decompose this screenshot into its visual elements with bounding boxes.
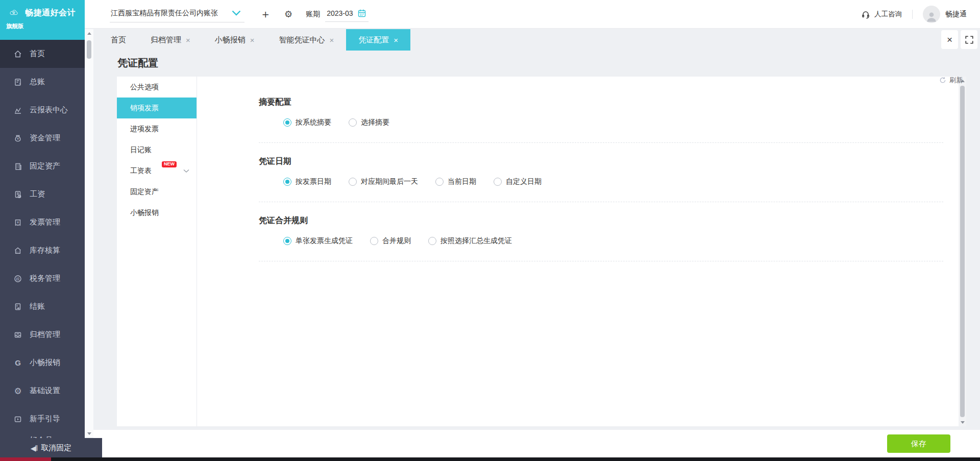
avatar[interactable]	[923, 6, 940, 23]
radio-option-invoice-date[interactable]: 按发票日期	[283, 177, 331, 186]
page-title: 凭证配置	[117, 56, 158, 70]
home-icon	[13, 49, 23, 59]
scroll-down-button[interactable]	[959, 418, 966, 426]
unpin-sidebar-button[interactable]: ◀‖ 取消固定	[0, 438, 102, 458]
svg-text:G: G	[15, 358, 21, 367]
sidebar-item-label: 总账	[30, 77, 45, 87]
gear-icon: ⚙	[13, 386, 23, 396]
section-heading: 凭证日期	[259, 156, 943, 167]
tax-icon: 税	[13, 274, 23, 284]
radio-icon	[370, 237, 378, 245]
tab-reimburse[interactable]: 小畅报销×	[203, 29, 267, 51]
period-label: 账期	[306, 10, 320, 19]
radio-icon	[435, 178, 444, 186]
tab-close-icon[interactable]: ×	[330, 36, 334, 44]
radio-label: 按系统摘要	[296, 118, 331, 127]
radio-option-choose-summary[interactable]: 选择摘要	[349, 118, 389, 127]
config-menu-item-sales-invoice[interactable]: 销项发票	[117, 98, 197, 118]
sidebar-item-cloud-reports[interactable]: 云报表中心	[0, 96, 85, 124]
sidebar-item-guide[interactable]: 新手引导	[0, 405, 85, 433]
svg-text:¥: ¥	[19, 82, 21, 85]
archive-box-icon	[13, 330, 23, 340]
add-account-button[interactable]: ＋	[260, 7, 271, 22]
divider	[912, 10, 913, 19]
config-menu-item-purchase-invoice[interactable]: 进项发票	[117, 118, 197, 139]
menu-item-label: 销项发票	[130, 104, 159, 113]
radio-option-period-last-day[interactable]: 对应期间最后一天	[349, 177, 418, 186]
sidebar-item-home[interactable]: 首页	[0, 40, 85, 68]
sidebar-item-settings[interactable]: ⚙ 基础设置	[0, 377, 85, 405]
chevron-down-icon	[231, 8, 241, 18]
radio-icon	[349, 118, 357, 127]
tab-home[interactable]: 首页	[99, 29, 138, 51]
config-menu-item-fixed-assets[interactable]: 固定资产	[117, 181, 197, 202]
footer-bar: 保存	[93, 430, 980, 457]
scrollbar-thumb[interactable]	[87, 40, 91, 59]
config-menu-item-reimburse[interactable]: 小畅报销	[117, 202, 197, 223]
sidebar-item-general-ledger[interactable]: ¥ 总账	[0, 68, 85, 96]
triangle-down-icon	[87, 432, 91, 435]
config-menu-item-salary-sheet[interactable]: 工资表 NEW	[117, 160, 197, 181]
video-guide-icon	[13, 414, 23, 424]
sidebar-item-salary[interactable]: 工资	[0, 180, 85, 208]
period-picker[interactable]: 2023-03	[325, 7, 368, 22]
radio-option-current-date[interactable]: 当前日期	[435, 177, 476, 186]
chevron-down-icon	[183, 168, 189, 174]
sidebar-item-label: 首页	[30, 49, 45, 59]
unpin-label: 取消固定	[41, 443, 71, 453]
radio-option-merge-rule[interactable]: 合并规则	[370, 236, 411, 246]
menu-item-label: 日记账	[130, 145, 152, 155]
radio-icon	[349, 178, 357, 186]
fullscreen-button[interactable]	[961, 30, 977, 49]
radio-option-summary-generate[interactable]: 按照选择汇总生成凭证	[428, 236, 512, 246]
tab-close-icon[interactable]: ×	[250, 36, 255, 44]
tab-voucher-config[interactable]: 凭证配置×	[346, 29, 410, 51]
scroll-down-button[interactable]	[85, 429, 93, 438]
content-scrollbar[interactable]	[959, 77, 966, 426]
radio-option-system-summary[interactable]: 按系统摘要	[283, 118, 331, 127]
sidebar-item-invoice[interactable]: ¥ 发票管理	[0, 208, 85, 236]
tab-label: 小畅报销	[215, 35, 246, 45]
section-heading: 凭证合并规则	[259, 215, 943, 226]
tab-label: 智能凭证中心	[279, 35, 325, 45]
save-button[interactable]: 保存	[887, 434, 950, 453]
building-icon	[13, 161, 23, 172]
company-selector[interactable]: 江西服宝精品有限责任公司内账张	[110, 6, 244, 22]
sidebar-item-tax[interactable]: 税 税务管理	[0, 264, 85, 293]
tab-close-icon[interactable]: ×	[394, 36, 398, 44]
scrollbar-thumb[interactable]	[960, 86, 965, 417]
tab-close-icon[interactable]: ×	[186, 36, 190, 44]
tab-archive[interactable]: 归档管理×	[138, 29, 203, 51]
radio-option-single-invoice[interactable]: 单张发票生成凭证	[283, 236, 353, 246]
triangle-up-icon	[87, 32, 91, 35]
radio-option-custom-date[interactable]: 自定义日期	[494, 177, 542, 186]
config-menu-item-common-options[interactable]: 公共选项	[117, 77, 197, 98]
radio-selected-icon	[283, 118, 291, 127]
tab-voucher-center[interactable]: 智能凭证中心×	[267, 29, 347, 51]
sidebar-item-inventory[interactable]: 库存核算	[0, 236, 85, 264]
config-menu-item-journal[interactable]: 日记账	[117, 139, 197, 160]
user-name[interactable]: 畅捷通	[945, 10, 967, 19]
top-right-area: 人工咨询 畅捷通	[861, 6, 967, 23]
sidebar-item-closing[interactable]: ¥ 结账	[0, 293, 85, 321]
close-all-tabs-button[interactable]: ×	[941, 30, 958, 49]
top-bar: 江西服宝精品有限责任公司内账张 ＋ ⚙ 账期 2023-03	[0, 0, 980, 29]
scroll-up-button[interactable]	[85, 29, 93, 37]
sidebar-scrollbar[interactable]	[85, 29, 93, 438]
tab-label: 归档管理	[151, 35, 181, 45]
company-name: 江西服宝精品有限责任公司内账张	[111, 9, 218, 18]
sidebar-item-archive[interactable]: 归档管理	[0, 321, 85, 349]
refresh-button[interactable]: 刷新	[939, 76, 963, 85]
salary-sheet-icon	[13, 189, 23, 200]
sidebar-item-reimburse[interactable]: G 小畅报销	[0, 349, 85, 377]
sidebar-item-label: 归档管理	[30, 330, 60, 339]
support-link[interactable]: 人工咨询	[861, 9, 902, 19]
account-settings-gear-icon[interactable]: ⚙	[284, 9, 292, 19]
sidebar-item-fixed-assets[interactable]: 固定资产	[0, 152, 85, 180]
sidebar-item-funds[interactable]: ¥ 资金管理	[0, 124, 85, 152]
bottom-edge-strip	[0, 457, 980, 461]
closing-book-icon: ¥	[13, 302, 23, 312]
brand-logo: 畅捷通好会计 旗舰版	[0, 0, 85, 40]
tab-label: 凭证配置	[358, 35, 389, 45]
cloud-logo-icon	[6, 7, 21, 19]
